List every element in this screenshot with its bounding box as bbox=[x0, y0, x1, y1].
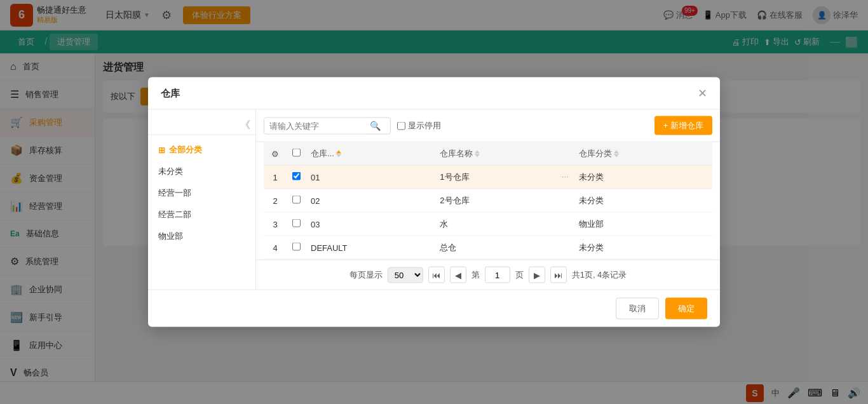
close-icon[interactable]: ✕ bbox=[698, 86, 707, 100]
cell-category: 未分类 bbox=[574, 189, 712, 212]
search-box: 🔍 bbox=[264, 117, 391, 134]
table-wrap: ⚙ 仓库... bbox=[256, 142, 720, 260]
next-page-button[interactable]: ▶ bbox=[529, 267, 545, 283]
modal-footer: 取消 确定 bbox=[148, 290, 720, 327]
grid-icon: ⊞ bbox=[158, 145, 165, 154]
cell-check bbox=[287, 189, 306, 212]
row-actions-icon[interactable]: ··· bbox=[562, 172, 569, 181]
select-all-checkbox[interactable] bbox=[292, 149, 301, 157]
warehouse-modal: 仓库 ✕ 《 ⊞ 全部分类 未分类 经营一部 经营二部 物业部 bbox=[148, 77, 720, 327]
cat-all[interactable]: ⊞ 全部分类 bbox=[148, 139, 255, 161]
cell-category: 物业部 bbox=[574, 212, 712, 236]
cell-check bbox=[287, 212, 306, 236]
row-checkbox[interactable] bbox=[292, 219, 301, 227]
cell-name: 2号仓库 bbox=[435, 189, 573, 212]
cell-num: 4 bbox=[264, 236, 287, 259]
cell-category: 未分类 bbox=[574, 236, 712, 259]
last-page-button[interactable]: ⏭ bbox=[550, 267, 567, 283]
total-info: 共1页, 4条记录 bbox=[572, 269, 627, 281]
page-number-input[interactable] bbox=[485, 267, 510, 283]
cell-category: 未分类 bbox=[574, 165, 712, 189]
first-page-button[interactable]: ⏮ bbox=[428, 267, 445, 283]
modal-category-sidebar: 《 ⊞ 全部分类 未分类 经营一部 经营二部 物业部 bbox=[148, 110, 256, 290]
category-sort-icon bbox=[614, 150, 619, 157]
cell-check bbox=[287, 236, 306, 259]
table-row[interactable]: 3 03 水 物业部 bbox=[264, 212, 712, 236]
modal-pagination: 每页显示 50 100 200 ⏮ ◀ 第 页 ▶ ⏭ 共1页, 4条记录 bbox=[256, 260, 720, 290]
table-header-row: ⚙ 仓库... bbox=[264, 142, 712, 166]
show-disabled-checkbox[interactable] bbox=[397, 121, 405, 130]
th-name: 仓库名称 bbox=[435, 142, 573, 166]
th-category: 仓库分类 bbox=[574, 142, 712, 166]
cat-ops2[interactable]: 经营二部 bbox=[148, 204, 255, 226]
modal-main: 🔍 显示停用 + 新增仓库 ⚙ 仓 bbox=[256, 110, 720, 290]
cell-code: 01 bbox=[306, 165, 435, 189]
modal-toolbar: 🔍 显示停用 + 新增仓库 bbox=[256, 110, 720, 142]
th-gear: ⚙ bbox=[264, 142, 287, 166]
page-size-select[interactable]: 50 100 200 bbox=[388, 267, 423, 283]
cell-num: 3 bbox=[264, 212, 287, 236]
code-sort-icon bbox=[336, 150, 341, 157]
confirm-button[interactable]: 确定 bbox=[665, 298, 707, 320]
cell-name: 1号仓库··· bbox=[435, 165, 573, 189]
cell-check bbox=[287, 165, 306, 189]
row-checkbox[interactable] bbox=[292, 172, 301, 180]
cat-uncategorized[interactable]: 未分类 bbox=[148, 161, 255, 182]
table-row[interactable]: 1 01 1号仓库··· 未分类 bbox=[264, 165, 712, 189]
prev-page-button[interactable]: ◀ bbox=[450, 267, 466, 283]
table-row[interactable]: 4 DEFAULT 总仓 未分类 bbox=[264, 236, 712, 259]
th-check bbox=[287, 142, 306, 166]
cell-num: 1 bbox=[264, 165, 287, 189]
row-checkbox[interactable] bbox=[292, 243, 301, 251]
table-row[interactable]: 2 02 2号仓库 未分类 bbox=[264, 189, 712, 212]
cell-name: 总仓 bbox=[435, 236, 573, 259]
cell-code: 03 bbox=[306, 212, 435, 236]
th-code: 仓库... bbox=[306, 142, 435, 166]
gear-icon: ⚙ bbox=[271, 149, 279, 158]
search-icon[interactable]: 🔍 bbox=[366, 121, 384, 131]
cell-code: DEFAULT bbox=[306, 236, 435, 259]
cell-name: 水 bbox=[435, 212, 573, 236]
show-disabled-label[interactable]: 显示停用 bbox=[397, 120, 441, 131]
row-checkbox[interactable] bbox=[292, 196, 301, 204]
cell-num: 2 bbox=[264, 189, 287, 212]
warehouse-table: ⚙ 仓库... bbox=[264, 142, 712, 260]
modal-title: 仓库 bbox=[161, 87, 180, 99]
modal-header: 仓库 ✕ bbox=[148, 77, 720, 110]
name-sort-icon bbox=[475, 150, 480, 157]
cat-property[interactable]: 物业部 bbox=[148, 226, 255, 247]
modal-body: 《 ⊞ 全部分类 未分类 经营一部 经营二部 物业部 🔍 bbox=[148, 110, 720, 290]
cancel-button[interactable]: 取消 bbox=[616, 298, 659, 320]
new-warehouse-button[interactable]: + 新增仓库 bbox=[654, 116, 712, 135]
sidebar-collapse-icon[interactable]: 《 bbox=[148, 116, 255, 135]
cat-ops1[interactable]: 经营一部 bbox=[148, 182, 255, 204]
search-input[interactable] bbox=[264, 118, 366, 133]
cell-code: 02 bbox=[306, 189, 435, 212]
